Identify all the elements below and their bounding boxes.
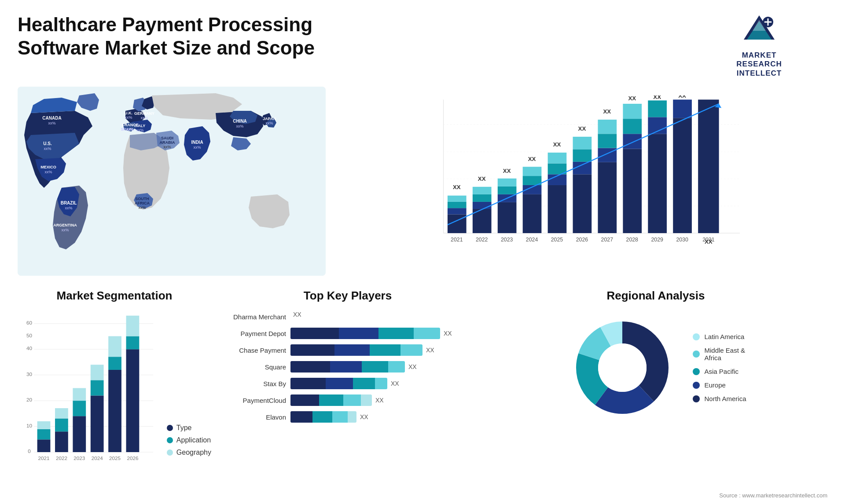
- legend-application: Application: [167, 436, 211, 444]
- asia-pacific-label: Asia Pacific: [704, 368, 738, 375]
- seg-legend: Type Application Geography: [167, 424, 211, 470]
- svg-text:40: 40: [26, 346, 33, 351]
- svg-text:CANADA: CANADA: [42, 116, 61, 121]
- svg-rect-43: [448, 208, 467, 214]
- svg-rect-129: [108, 370, 121, 452]
- svg-text:0: 0: [28, 448, 31, 454]
- svg-text:30: 30: [26, 371, 33, 377]
- seg-chart-area: 0 10 20 30 40 60 50: [18, 310, 211, 469]
- svg-text:xx%: xx%: [44, 170, 52, 174]
- type-dot: [167, 425, 173, 431]
- svg-rect-54: [498, 186, 517, 194]
- svg-text:2031: 2031: [702, 237, 715, 243]
- svg-text:xx%: xx%: [65, 206, 72, 210]
- svg-rect-70: [573, 137, 592, 149]
- svg-rect-123: [73, 416, 86, 452]
- svg-rect-80: [623, 104, 642, 119]
- svg-text:xx%: xx%: [136, 128, 143, 132]
- svg-rect-118: [37, 429, 51, 439]
- key-players-title: Top Key Players: [220, 289, 475, 303]
- svg-text:xx%: xx%: [265, 121, 273, 125]
- type-label: Type: [176, 424, 192, 432]
- svg-text:XX: XX: [553, 141, 561, 148]
- svg-text:xx%: xx%: [125, 115, 132, 120]
- svg-text:xx%: xx%: [163, 145, 171, 149]
- player-row: Payment Depot XX: [224, 327, 471, 340]
- svg-text:ITALY: ITALY: [135, 124, 146, 128]
- svg-rect-86: [673, 118, 692, 233]
- key-players-panel: Top Key Players Dharma Merchant XX Payme…: [220, 289, 475, 478]
- svg-text:GERMANY: GERMANY: [134, 111, 154, 116]
- svg-rect-131: [108, 336, 121, 357]
- svg-text:2024: 2024: [526, 237, 538, 243]
- svg-rect-79: [623, 119, 642, 134]
- svg-text:2023: 2023: [73, 455, 85, 461]
- svg-rect-62: [548, 185, 567, 233]
- svg-text:2024: 2024: [92, 455, 103, 461]
- logo-text: MARKETRESEARCHINTELLECT: [736, 51, 782, 78]
- svg-rect-87: [673, 100, 692, 118]
- player-val: XX: [360, 413, 368, 420]
- player-row: Square XX: [224, 361, 471, 373]
- svg-text:2022: 2022: [476, 237, 488, 243]
- legend-type: Type: [167, 424, 211, 432]
- svg-text:xx%: xx%: [236, 124, 243, 128]
- player-row: Dharma Merchant XX: [224, 310, 471, 323]
- player-val: XX: [444, 330, 452, 337]
- segmentation-title: Market Segmentation: [18, 289, 211, 303]
- player-bar-wrap: XX: [290, 361, 471, 373]
- svg-text:SPAIN: SPAIN: [121, 127, 133, 131]
- svg-rect-132: [126, 349, 140, 452]
- player-val: XX: [426, 347, 434, 354]
- app-dot: [167, 437, 173, 443]
- header: Healthcare Payment Processing Software M…: [18, 13, 827, 78]
- svg-rect-82: [648, 134, 667, 233]
- bottom-section: Market Segmentation 0 10 20 30 40 60 50: [18, 289, 827, 478]
- svg-point-146: [598, 343, 647, 392]
- legend-geography: Geography: [167, 449, 211, 457]
- svg-rect-84: [648, 101, 667, 117]
- source-text: Source : www.marketresearchintellect.com: [719, 492, 827, 499]
- svg-rect-121: [55, 419, 68, 432]
- logo-icon: [742, 13, 777, 48]
- svg-text:2028: 2028: [626, 237, 639, 243]
- player-row: Elavon XX: [224, 411, 471, 423]
- svg-rect-60: [523, 167, 542, 176]
- svg-rect-125: [73, 388, 86, 401]
- player-name: PaymentCloud: [224, 397, 286, 404]
- page-container: Healthcare Payment Processing Software M…: [0, 0, 845, 504]
- svg-text:2026: 2026: [127, 455, 138, 461]
- player-row: Chase Payment XX: [224, 344, 471, 356]
- player-val: XX: [375, 397, 384, 404]
- map-container: CANADA xx% U.S. xx% MEXICO xx% BRAZIL xx…: [18, 87, 326, 276]
- svg-text:CHINA: CHINA: [233, 119, 247, 124]
- player-name: Square: [224, 363, 286, 371]
- geo-label: Geography: [176, 449, 211, 457]
- svg-rect-126: [91, 396, 104, 453]
- regional-title: Regional Analysis: [484, 289, 827, 303]
- middle-east-dot: [693, 351, 700, 358]
- svg-text:2021: 2021: [38, 455, 50, 461]
- europe-label: Europe: [704, 381, 725, 389]
- svg-text:ARGENTINA: ARGENTINA: [53, 223, 77, 227]
- svg-rect-44: [448, 202, 467, 208]
- svg-rect-48: [473, 202, 492, 209]
- player-bar-wrap: XX: [290, 377, 471, 390]
- svg-text:xx%: xx%: [193, 145, 201, 150]
- player-row: PaymentCloud XX: [224, 394, 471, 406]
- europe-dot: [693, 382, 700, 389]
- player-val: XX: [391, 380, 399, 387]
- latin-america-dot: [693, 333, 700, 340]
- svg-rect-130: [108, 357, 121, 370]
- svg-text:xx%: xx%: [140, 116, 148, 120]
- player-bar-wrap: XX: [290, 327, 471, 340]
- player-bar-wrap: XX: [290, 411, 471, 423]
- regional-content: Latin America Middle East &Africa Asia P…: [484, 310, 827, 425]
- svg-text:2029: 2029: [651, 237, 663, 243]
- svg-text:2027: 2027: [601, 237, 614, 243]
- svg-text:ARABIA: ARABIA: [160, 140, 175, 145]
- svg-text:XX: XX: [678, 95, 686, 99]
- svg-text:INDIA: INDIA: [191, 140, 203, 145]
- svg-rect-128: [91, 365, 104, 380]
- svg-rect-50: [473, 187, 492, 194]
